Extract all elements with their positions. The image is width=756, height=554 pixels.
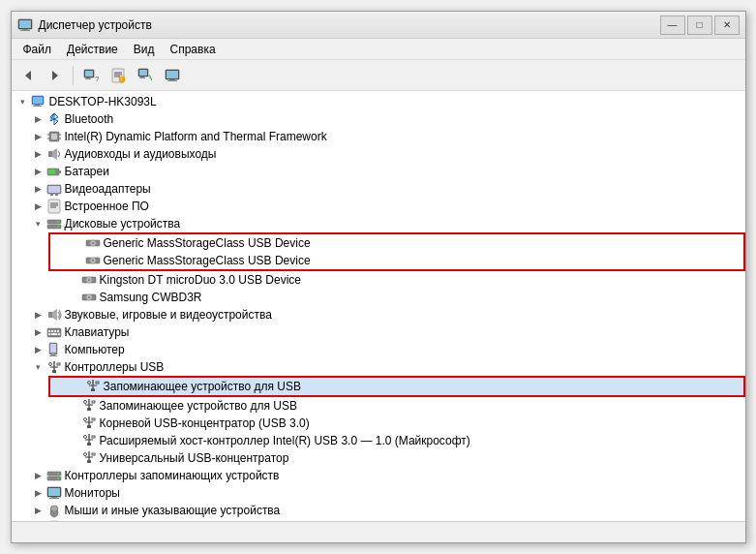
- tree-item-usb-controllers[interactable]: ▾ Контроллеры USB: [12, 358, 745, 376]
- tree-root[interactable]: ▾ DESKTOP-HK3093L: [12, 93, 745, 110]
- svg-rect-86: [91, 388, 95, 391]
- svg-rect-97: [92, 453, 95, 455]
- svg-point-65: [88, 296, 90, 298]
- svg-rect-9: [85, 78, 91, 79]
- svg-rect-66: [48, 312, 52, 318]
- usb1-icon: [85, 379, 101, 394]
- tree-item-bluetooth[interactable]: ▶ Bluetooth: [12, 110, 745, 128]
- svg-rect-46: [48, 200, 60, 213]
- audio-expand[interactable]: ▶: [31, 146, 46, 162]
- content-area: ▾ DESKTOP-HK3093L ▶: [12, 91, 745, 521]
- video-expand[interactable]: ▶: [31, 181, 46, 197]
- monitor-button[interactable]: [160, 64, 185, 87]
- status-bar: [12, 521, 745, 542]
- menu-action[interactable]: Действие: [59, 41, 126, 58]
- usb5-icon: [81, 450, 97, 466]
- title-bar-controls: — □ ✕: [660, 15, 740, 35]
- tree-item-disk3[interactable]: ▶ Kingston DT microDuo 3.0 USB Device: [12, 271, 745, 289]
- tree-item-battery[interactable]: ▶ Батареи: [12, 163, 745, 180]
- usb-controllers-expand[interactable]: ▾: [31, 359, 46, 375]
- svg-rect-75: [58, 333, 60, 335]
- battery-label: Батареи: [65, 165, 113, 178]
- svg-rect-83: [52, 370, 56, 373]
- usb-group-icon: [46, 359, 62, 375]
- svg-point-84: [87, 382, 90, 385]
- show-hidden-button[interactable]: ?: [78, 64, 104, 87]
- bluetooth-expand[interactable]: ▶: [31, 111, 46, 127]
- svg-rect-104: [48, 488, 60, 496]
- tree-item-video[interactable]: ▶ Видеоадаптеры: [12, 180, 745, 198]
- back-button[interactable]: [15, 64, 41, 87]
- tree-item-usb5[interactable]: ▶ Универсальный USB-концентратор: [12, 449, 745, 467]
- usb2-icon: [81, 398, 97, 414]
- mice-label: Мыши и иные указывающие устройства: [65, 504, 285, 517]
- tree-item-disk-devices[interactable]: ▾ Дисковые устройства: [12, 215, 745, 232]
- usb4-icon: [81, 433, 97, 448]
- firmware-expand[interactable]: ▶: [31, 199, 46, 214]
- intel-expand[interactable]: ▶: [31, 129, 46, 144]
- sound-expand[interactable]: ▶: [31, 307, 46, 323]
- audio-icon: [46, 146, 62, 162]
- close-button[interactable]: ✕: [714, 15, 740, 35]
- svg-text:?: ?: [95, 75, 99, 83]
- svg-point-56: [92, 242, 94, 244]
- storage-icon: [46, 468, 62, 483]
- computer-icon: [31, 94, 46, 109]
- disk1-highlight-box: ▶ Generic MassStorageClass USB Device ▶: [48, 232, 745, 271]
- tree-item-disk4[interactable]: ▶ Samsung CWBD3R: [12, 289, 745, 306]
- device-tree[interactable]: ▾ DESKTOP-HK3093L ▶: [12, 91, 745, 521]
- battery-expand[interactable]: ▶: [31, 164, 46, 179]
- keyboard-expand[interactable]: ▶: [31, 324, 46, 340]
- scan-button[interactable]: [133, 64, 158, 87]
- svg-rect-82: [57, 363, 60, 365]
- svg-marker-38: [52, 148, 57, 160]
- svg-point-90: [83, 418, 86, 421]
- tree-item-audio[interactable]: ▶ Аудиовходы и аудиовыходы: [12, 145, 745, 163]
- mice-expand[interactable]: ▶: [31, 503, 46, 518]
- tree-item-sound[interactable]: ▶ Звуковые, игровые и видеоустройства: [12, 306, 745, 323]
- tree-item-storage-controllers[interactable]: ▶ Контроллеры запоминающих устройств: [12, 467, 745, 484]
- storage-expand[interactable]: ▶: [31, 468, 46, 483]
- menu-file[interactable]: Файл: [15, 41, 60, 58]
- svg-rect-20: [139, 77, 145, 78]
- disk3-icon: [81, 272, 97, 288]
- svg-rect-95: [87, 443, 91, 446]
- pc-icon: [46, 342, 62, 357]
- tree-item-firmware[interactable]: ▶ Встроенное ПО: [12, 198, 745, 215]
- bluetooth-icon: [46, 111, 62, 127]
- maximize-button[interactable]: □: [687, 15, 712, 35]
- forward-button[interactable]: [43, 64, 68, 87]
- storage-label: Контроллеры запоминающих устройств: [65, 469, 284, 482]
- tree-item-monitors[interactable]: ▶ Мониторы: [12, 484, 745, 502]
- monitors-icon: [46, 485, 62, 501]
- root-expand[interactable]: ▾: [15, 94, 31, 109]
- svg-rect-37: [48, 151, 52, 157]
- menu-help[interactable]: Справка: [163, 41, 224, 58]
- keyboard-icon: [46, 324, 62, 340]
- monitors-expand[interactable]: ▶: [31, 485, 46, 501]
- tree-item-disk2[interactable]: ▶ Generic MassStorageClass USB Device: [50, 252, 743, 269]
- disk2-icon: [85, 253, 101, 268]
- tree-item-usb3[interactable]: ▶ Корневой USB-концентратор (USB 3.0): [12, 415, 745, 432]
- svg-point-53: [56, 226, 58, 228]
- minimize-button[interactable]: —: [660, 15, 685, 35]
- svg-point-51: [56, 221, 58, 223]
- usb4-label: Расширяемый хост-контроллер Intel(R) USB…: [100, 434, 474, 447]
- tree-item-usb2[interactable]: ▶ Запоминающее устройство для USB: [12, 397, 745, 415]
- disk4-label: Samsung CWBD3R: [100, 291, 206, 304]
- tree-item-intel[interactable]: ▶ Intel(R) Dynamic Platform and Thermal …: [12, 128, 745, 145]
- tree-item-disk1[interactable]: ▶ Generic MassStorageClass USB Device: [50, 234, 743, 252]
- svg-rect-94: [92, 436, 95, 438]
- tree-item-usb4[interactable]: ▶ Расширяемый хост-контроллер Intel(R) U…: [12, 432, 745, 449]
- tree-item-mice[interactable]: ▶ Мыши и иные указывающие устройства: [12, 502, 745, 519]
- tree-item-keyboard[interactable]: ▶ Клавиатуры: [12, 323, 745, 341]
- tree-item-usb1[interactable]: ▶ Запоминающее устройство для USB: [50, 378, 743, 395]
- svg-rect-80: [49, 355, 57, 356]
- disk3-label: Kingston DT microDuo 3.0 USB Device: [100, 273, 306, 287]
- menu-view[interactable]: Вид: [126, 41, 163, 58]
- keyboard-label: Клавиатуры: [65, 325, 134, 339]
- disk-devices-expand[interactable]: ▾: [31, 216, 46, 231]
- properties-button[interactable]: !: [106, 64, 131, 87]
- computer-expand[interactable]: ▶: [31, 342, 46, 357]
- tree-item-computer[interactable]: ▶ Компьютер: [12, 341, 745, 358]
